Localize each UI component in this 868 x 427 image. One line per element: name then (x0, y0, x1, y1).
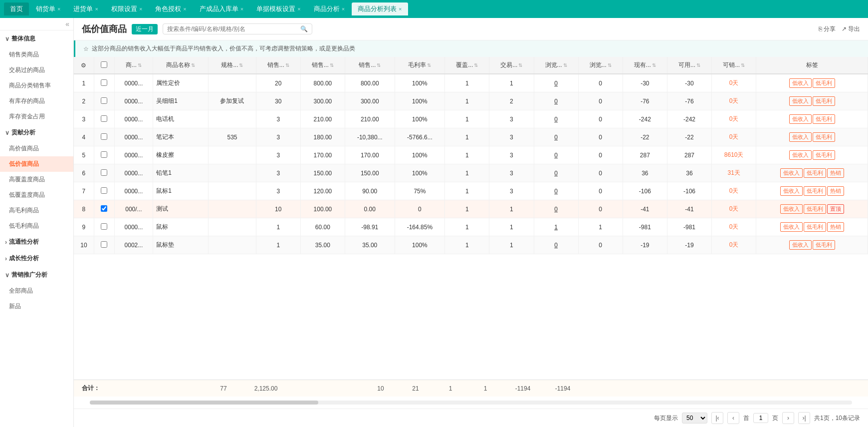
col-settings[interactable]: ⚙ (74, 57, 94, 74)
row-code: 0002... (114, 236, 153, 254)
col-checkbox[interactable] (94, 57, 114, 74)
row-select-checkbox[interactable] (101, 115, 107, 122)
col-sales-cost[interactable]: 销售...⇅ (345, 57, 395, 74)
col-coverage[interactable]: 覆盖...⇅ (445, 57, 489, 74)
sidebar-item-4-0[interactable]: 全部商品 (0, 283, 73, 299)
row-select-checkbox[interactable] (101, 205, 107, 212)
row-checkbox[interactable] (94, 110, 114, 128)
horizontal-scrollbar[interactable] (90, 401, 852, 405)
page-number-input[interactable] (753, 413, 768, 423)
row-sales-qty: 3 (256, 164, 300, 182)
row-views1[interactable]: 0 (534, 128, 578, 146)
row-checkbox[interactable] (94, 182, 114, 200)
row-checkbox[interactable] (94, 164, 114, 182)
row-select-checkbox[interactable] (101, 79, 107, 86)
nav-item-analysis[interactable]: 商品分析× (308, 2, 351, 15)
row-checkbox[interactable] (94, 92, 114, 110)
row-select-checkbox[interactable] (101, 133, 107, 140)
sidebar-section-1[interactable]: ∨贡献分析 (0, 124, 73, 141)
nav-item-template[interactable]: 单据模板设置× (250, 2, 306, 15)
nav-close-template[interactable]: × (297, 6, 300, 12)
select-all-checkbox[interactable] (101, 61, 107, 68)
row-views1[interactable]: 1 (534, 218, 578, 236)
row-views1[interactable]: 0 (534, 182, 578, 200)
nav-close-role[interactable]: × (183, 6, 186, 12)
row-checkbox[interactable] (94, 146, 114, 164)
row-views1[interactable]: 0 (534, 164, 578, 182)
sidebar-item-1-2[interactable]: 高覆盖度商品 (0, 172, 73, 187)
scroll-thumb[interactable] (90, 401, 318, 405)
nav-close-permission[interactable]: × (139, 6, 142, 12)
nav-item-stock[interactable]: 产成品入库单× (194, 2, 249, 15)
nav-item-sales[interactable]: 销货单× (30, 2, 66, 15)
sidebar-item-1-0[interactable]: 高价值商品 (0, 141, 73, 156)
sidebar-item-4-1[interactable]: 新品 (0, 299, 73, 314)
sidebar-collapse-button[interactable]: « (65, 20, 69, 28)
sidebar-item-1-3[interactable]: 低覆盖度商品 (0, 187, 73, 203)
nav-close-sales[interactable]: × (57, 6, 60, 12)
col-sales-amount[interactable]: 销售...⇅ (300, 57, 345, 74)
page-size-select[interactable]: 50 100 200 (682, 413, 707, 424)
row-checkbox[interactable] (94, 218, 114, 236)
prev-page-button[interactable]: ‹ (727, 412, 739, 424)
sidebar-item-0-3[interactable]: 有库存的商品 (0, 93, 73, 109)
sidebar-section-0[interactable]: ∨整体信息 (0, 30, 73, 47)
col-available[interactable]: 可用...⇅ (667, 57, 711, 74)
sidebar-item-1-4[interactable]: 高毛利商品 (0, 203, 73, 218)
sidebar-item-0-4[interactable]: 库存资金占用 (0, 109, 73, 124)
share-button[interactable]: ⎘ 分享 (819, 25, 836, 33)
sidebar-section-2[interactable]: ›流通性分析 (0, 234, 73, 250)
last-page-button[interactable]: ›| (798, 412, 810, 424)
col-name[interactable]: 商品名称⇅ (153, 57, 209, 74)
nav-item-permission[interactable]: 权限设置× (105, 2, 148, 15)
row-checkbox[interactable] (94, 74, 114, 92)
col-margin[interactable]: 毛利率⇅ (395, 57, 445, 74)
col-current-stock[interactable]: 现有...⇅ (623, 57, 667, 74)
row-select-checkbox[interactable] (101, 169, 107, 176)
nav-close-analysis-list[interactable]: × (399, 6, 402, 12)
row-name: 橡皮擦 (153, 146, 209, 164)
time-badge[interactable]: 近一月 (132, 24, 158, 34)
col-code[interactable]: 商...⇅ (114, 57, 153, 74)
col-sales-qty[interactable]: 销售...⇅ (256, 57, 300, 74)
nav-item-analysis-list[interactable]: 商品分析列表× (352, 2, 408, 15)
row-checkbox[interactable] (94, 236, 114, 254)
sidebar-section-4[interactable]: ∨营销推广分析 (0, 267, 73, 283)
col-sellable[interactable]: 可销...⇅ (712, 57, 756, 74)
header-actions: ⎘ 分享 ↗ 导出 (819, 25, 860, 33)
col-views1[interactable]: 浏览...⇅ (534, 57, 578, 74)
row-select-checkbox[interactable] (101, 223, 107, 230)
sidebar-item-1-1[interactable]: 低价值商品 (0, 156, 73, 172)
sidebar-section-3[interactable]: ›成长性分析 (0, 250, 73, 267)
row-views1[interactable]: 0 (534, 92, 578, 110)
row-select-checkbox[interactable] (101, 241, 107, 248)
nav-close-purchase[interactable]: × (95, 6, 98, 12)
nav-item-role[interactable]: 角色授权× (149, 2, 192, 15)
sidebar-item-0-2[interactable]: 商品分类销售率 (0, 78, 73, 93)
row-select-checkbox[interactable] (101, 151, 107, 158)
sidebar-item-0-0[interactable]: 销售类商品 (0, 47, 73, 62)
row-views1[interactable]: 0 (534, 236, 578, 254)
nav-item-purchase[interactable]: 进货单× (67, 2, 104, 15)
col-views2[interactable]: 浏览...⇅ (578, 57, 623, 74)
row-views1[interactable]: 0 (534, 110, 578, 128)
row-select-checkbox[interactable] (101, 187, 107, 194)
next-page-button[interactable]: › (782, 412, 794, 424)
nav-close-stock[interactable]: × (240, 6, 243, 12)
row-checkbox[interactable] (94, 128, 114, 146)
row-select-checkbox[interactable] (101, 97, 107, 104)
col-spec[interactable]: 规格...⇅ (209, 57, 256, 74)
sidebar-item-1-5[interactable]: 低毛利商品 (0, 218, 73, 234)
row-views1[interactable]: 0 (534, 74, 578, 92)
col-trade[interactable]: 交易...⇅ (489, 57, 534, 74)
search-icon[interactable]: 🔍 (300, 25, 308, 32)
search-input[interactable] (167, 25, 298, 32)
export-button[interactable]: ↗ 导出 (842, 25, 860, 33)
row-views1[interactable]: 0 (534, 200, 578, 218)
nav-item-home[interactable]: 首页 (4, 2, 29, 15)
sidebar-item-0-1[interactable]: 交易过的商品 (0, 62, 73, 78)
nav-close-analysis[interactable]: × (342, 6, 345, 12)
row-views1[interactable]: 0 (534, 146, 578, 164)
row-checkbox[interactable] (94, 200, 114, 218)
first-page-button[interactable]: |‹ (711, 412, 723, 424)
